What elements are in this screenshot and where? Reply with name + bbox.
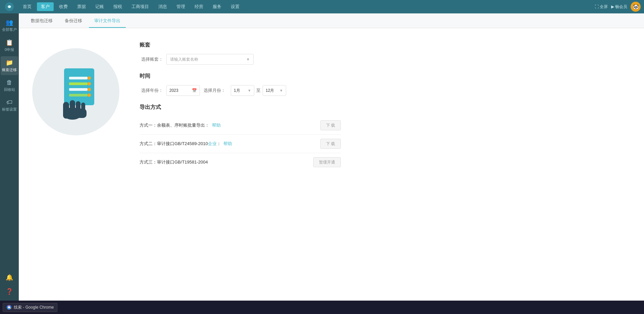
calendar-icon: 📅 xyxy=(192,88,197,93)
nav-operation[interactable]: 经营 xyxy=(191,2,207,11)
method2-download-button[interactable]: 下 载 xyxy=(320,139,341,149)
nav-service[interactable]: 服务 xyxy=(209,2,225,11)
export-method-3: 方式三：审计接口GB/T19581-2004 暂缓开通 xyxy=(140,153,341,171)
illustration-circle xyxy=(32,48,119,135)
nav-tax[interactable]: 报税 xyxy=(109,2,126,11)
year-label: 选择年份： xyxy=(140,87,163,93)
account-select[interactable]: 请输入账套名称 ▼ xyxy=(166,54,254,65)
month-start-select[interactable]: 1月 ▼ xyxy=(231,85,254,96)
taskbar-item-label: 线索 - Google Chrome xyxy=(14,305,54,310)
taskbar-chrome-item[interactable]: 线索 - Google Chrome xyxy=(3,303,57,312)
sidebar-item-label: 回收站 xyxy=(4,87,15,92)
top-nav-right: ⛶ 全屏 ▶ 畅会员 🐼 xyxy=(595,2,641,12)
svg-point-10 xyxy=(88,93,91,97)
main-layout: 👥 全部客户 📋 0申报 📁 账套迁移 🗑 回收站 🏷 标签设置 🔔 ❓ xyxy=(0,13,644,301)
label-settings-icon: 🏷 xyxy=(6,99,12,106)
zero-declare-icon: 📋 xyxy=(6,39,13,46)
method1-text: 方式一：余额表、序时账批量导出： xyxy=(140,123,209,128)
method2-help-link[interactable]: 帮助 xyxy=(223,141,232,146)
export-section: 导出方式 方式一：余额表、序时账批量导出： 帮助 下 载 方式二：审计接口GB/… xyxy=(140,104,341,171)
sidebar-notification[interactable]: 🔔 xyxy=(1,271,18,284)
chevron-down-icon: ▼ xyxy=(279,88,283,92)
to-label: 至 xyxy=(256,87,261,93)
export-method-1: 方式一：余额表、序时账批量导出： 帮助 下 载 xyxy=(140,116,341,135)
year-value: 2023 xyxy=(169,88,178,93)
vip-label: 畅会员 xyxy=(615,4,627,10)
nav-bookkeeping[interactable]: 记账 xyxy=(91,2,108,11)
nav-invoice[interactable]: 票据 xyxy=(73,2,90,11)
sidebar-item-label-settings[interactable]: 🏷 标签设置 xyxy=(1,96,18,115)
sidebar-item-all-clients[interactable]: 👥 全部客户 xyxy=(1,16,18,35)
svg-rect-2 xyxy=(64,68,94,105)
method1-download-button[interactable]: 下 载 xyxy=(320,120,341,130)
svg-rect-3 xyxy=(69,77,88,79)
avatar[interactable]: 🐼 xyxy=(631,2,641,12)
export-method-2: 方式二：审计接口GB/T24589-2010企业： 帮助 下 载 xyxy=(140,135,341,153)
recycle-icon: 🗑 xyxy=(6,79,12,86)
top-nav: 首页 客户 收费 票据 记账 报税 工商项目 消息 管理 经营 服务 设置 ⛶ … xyxy=(0,0,644,13)
illustration-area xyxy=(32,42,119,287)
svg-rect-5 xyxy=(69,88,88,91)
svg-point-7 xyxy=(88,76,91,80)
sidebar-item-account-migrate[interactable]: 📁 账套迁移 xyxy=(1,56,18,75)
svg-point-1 xyxy=(8,5,11,8)
app-logo xyxy=(3,1,15,13)
method1-label: 方式一：余额表、序时账批量导出： 帮助 xyxy=(140,122,320,128)
method3-label: 方式三：审计接口GB/T19581-2004 xyxy=(140,159,313,165)
fullscreen-icon: ⛶ xyxy=(595,4,599,9)
sidebar-bottom: 🔔 ❓ xyxy=(1,271,18,298)
fullscreen-button[interactable]: ⛶ 全屏 xyxy=(595,4,608,10)
account-placeholder: 请输入账套名称 xyxy=(170,57,198,62)
svg-point-18 xyxy=(8,306,10,308)
month-label: 选择月份： xyxy=(202,87,225,93)
sidebar-item-label: 账套迁移 xyxy=(2,67,17,72)
sidebar-item-label: 全部客户 xyxy=(2,27,17,32)
vip-icon: ▶ xyxy=(611,4,614,9)
nav-client[interactable]: 客户 xyxy=(37,2,54,11)
chevron-down-icon: ▼ xyxy=(248,88,251,92)
nav-home[interactable]: 首页 xyxy=(19,2,36,11)
method2-company-text: 企业 xyxy=(208,141,217,146)
top-nav-items: 首页 客户 收费 票据 记账 报税 工商项目 消息 管理 经营 服务 设置 xyxy=(19,2,595,11)
time-section-title: 时间 xyxy=(140,73,341,80)
sidebar-item-recycle[interactable]: 🗑 回收站 xyxy=(1,76,18,95)
help-icon: ❓ xyxy=(6,288,13,295)
tab-backup-migrate[interactable]: 备份迁移 xyxy=(59,14,88,28)
tab-data-migrate[interactable]: 数据包迁移 xyxy=(25,14,58,28)
chevron-down-icon: ▼ xyxy=(246,57,250,61)
sidebar-item-zero-declare[interactable]: 📋 0申报 xyxy=(1,36,18,55)
all-clients-icon: 👥 xyxy=(6,19,13,26)
left-sidebar: 👥 全部客户 📋 0申报 📁 账套迁移 🗑 回收站 🏷 标签设置 🔔 ❓ xyxy=(0,13,19,301)
sidebar-help[interactable]: ❓ xyxy=(1,285,18,298)
method2-text: 方式二：审计接口GB/T24589-2010 xyxy=(140,141,208,146)
nav-business[interactable]: 工商项目 xyxy=(127,2,153,11)
method3-open-button[interactable]: 暂缓开通 xyxy=(313,157,341,167)
time-section: 时间 选择年份： 2023 📅 选择月份： 1月 ▼ xyxy=(140,73,341,96)
account-row: 选择账套： 请输入账套名称 ▼ xyxy=(140,54,341,65)
month-end-select[interactable]: 12月 ▼ xyxy=(263,85,286,96)
chrome-icon xyxy=(6,305,12,310)
account-migrate-icon: 📁 xyxy=(6,59,13,66)
nav-manage[interactable]: 管理 xyxy=(172,2,189,11)
account-label: 选择账套： xyxy=(140,56,163,62)
time-row: 选择年份： 2023 📅 选择月份： 1月 ▼ 至 xyxy=(140,85,341,96)
page-content: 账套 选择账套： 请输入账套名称 ▼ 时间 选择年份： 20 xyxy=(19,28,644,301)
sidebar-item-label: 标签设置 xyxy=(2,107,17,112)
export-section-title: 导出方式 xyxy=(140,104,341,111)
svg-rect-4 xyxy=(69,82,88,85)
nav-settings[interactable]: 设置 xyxy=(227,2,244,11)
nav-charge[interactable]: 收费 xyxy=(55,2,72,11)
method2-label: 方式二：审计接口GB/T24589-2010企业： 帮助 xyxy=(140,141,320,147)
year-input[interactable]: 2023 📅 xyxy=(166,85,200,96)
sidebar-item-label: 0申报 xyxy=(5,47,14,52)
month-end-value: 12月 xyxy=(266,88,274,93)
nav-message[interactable]: 消息 xyxy=(154,2,171,11)
notification-icon: 🔔 xyxy=(6,274,13,281)
vip-button[interactable]: ▶ 畅会员 xyxy=(611,4,627,10)
time-controls: 2023 📅 选择月份： 1月 ▼ 至 12月 ▼ xyxy=(166,85,286,96)
method1-help-link[interactable]: 帮助 xyxy=(212,123,221,128)
content-area: 数据包迁移 备份迁移 审计文件导出 xyxy=(19,13,644,301)
method3-text: 方式三：审计接口GB/T19581-2004 xyxy=(140,160,208,165)
tab-audit-export[interactable]: 审计文件导出 xyxy=(89,14,126,28)
account-section-title: 账套 xyxy=(140,42,341,49)
